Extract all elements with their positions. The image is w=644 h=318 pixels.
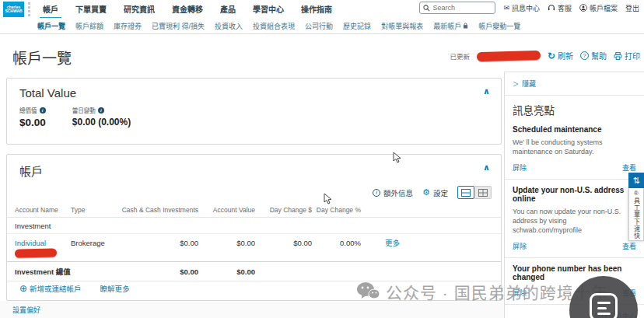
subnav-realized-gain-loss[interactable]: 已實現利 得/損失: [152, 21, 205, 31]
nav-item-trade[interactable]: 下單買賣: [74, 0, 108, 19]
subnav-portfolio-performance[interactable]: 投資組合表現: [253, 21, 295, 31]
divider: [505, 179, 644, 180]
add-account-label: 新增或連結帳戶: [30, 283, 82, 294]
hide-label: 隱藏: [522, 79, 536, 89]
help-label: 幫助: [591, 50, 607, 61]
subnav-history[interactable]: 歷史記錄: [343, 21, 371, 31]
nav-item-products[interactable]: 產品: [219, 0, 237, 19]
subnav-balances[interactable]: 帳戶餘額: [75, 21, 103, 31]
col-account-name: Account Name: [15, 206, 71, 214]
info-icon[interactable]: i: [40, 107, 46, 114]
dismiss-link[interactable]: 屏除: [513, 162, 527, 173]
subnav-positions[interactable]: 庫存證券: [114, 21, 142, 31]
col-day-change-pct: Day Change %: [312, 206, 361, 214]
print-button[interactable]: 打印: [614, 50, 640, 61]
dismiss-link[interactable]: 屏除: [513, 241, 527, 251]
col-day-change-dollar: Day Change $: [255, 206, 312, 214]
preferences-link[interactable]: 設置偏好: [12, 305, 40, 315]
redaction-scribble-timestamp: [477, 50, 541, 61]
collapse-chevron-icon[interactable]: ∧: [483, 162, 490, 173]
lock-icon: [463, 23, 468, 29]
message-highlights-heading: 訊息亮點: [513, 102, 636, 117]
quick-trade-tab: ⇅ ®具工單下速快: [628, 173, 644, 241]
hide-sidebar-button[interactable]: ＞ 隱藏: [513, 79, 636, 89]
search-box[interactable]: [419, 2, 495, 14]
account-profile-button[interactable]: 帳戶檔案: [579, 3, 618, 13]
updown-arrows-icon[interactable]: ⇅: [628, 173, 644, 188]
search-input[interactable]: [432, 4, 487, 12]
help-icon: ?: [580, 51, 589, 60]
main-menu: 帳戶 下單買賣 研究資訊 資金轉移 產品 學習中心 操作指南: [41, 0, 334, 19]
nav-item-learning[interactable]: 學習中心: [251, 0, 285, 19]
total-cash: $0.00: [113, 267, 198, 276]
nav-item-research[interactable]: 研究資訊: [122, 0, 156, 19]
dismiss-link[interactable]: 屏除: [513, 288, 527, 298]
chevron-right-icon: ＞: [513, 79, 519, 88]
top-nav: charles SCHWAB 帳戶 下單買賣 研究資訊 資金轉移 產品 學習中心…: [0, 0, 644, 18]
quick-trade-tab-label[interactable]: ®具工單下速快: [628, 188, 644, 241]
total-value-card: Total Value ∧ 總價值 i $0.00 當日變動 i $0.00 (…: [6, 78, 502, 145]
redaction-scribble-account: [15, 248, 57, 257]
learn-more-link[interactable]: 瞭解更多: [100, 283, 130, 294]
bottom-strip: [0, 301, 504, 318]
message-center-button[interactable]: ✉ 訊息中心: [503, 3, 540, 13]
settings-label: 設定: [433, 187, 448, 198]
total-value-amount: $0.00: [19, 117, 46, 128]
accounts-title: 帳戶: [7, 155, 501, 179]
account-name-link[interactable]: Individual: [15, 239, 71, 248]
group-label: Investment: [15, 222, 113, 230]
cash-value: $0.00: [113, 239, 198, 248]
account-value: $0.00: [198, 239, 255, 248]
printer-icon: [614, 52, 622, 60]
col-type: Type: [71, 206, 113, 214]
list-view-button[interactable]: [457, 186, 474, 199]
day-change-label: 當日變動: [72, 106, 96, 114]
customer-service-button[interactable]: 客服: [548, 3, 572, 13]
view-toggle: [457, 186, 492, 199]
accounts-table: Account Name Type Cash & Cash Investment…: [7, 203, 501, 281]
message-center-label: 訊息中心: [512, 3, 540, 13]
accounts-card: 帳戶 ∧ i 額外信息 ⚙ 設定 Account Name Type Cash …: [6, 154, 502, 301]
add-account-button[interactable]: ⊕ 新增或連結帳戶: [19, 283, 82, 294]
secondary-nav: 帳戶一覽 帳戶餘額 庫存證券 已實現利 得/損失 投資收入 投資組合表現 公司行…: [0, 18, 644, 34]
message-item: Update your non-U.S. address online You …: [513, 186, 636, 251]
page-header-actions: 已更新 ↻ 刷新 ? 幫助 打印: [450, 50, 640, 61]
view-link[interactable]: 查看: [622, 162, 636, 173]
nav-item-accounts[interactable]: 帳戶: [41, 0, 60, 19]
headset-icon: [548, 4, 555, 12]
subnav-investment-income[interactable]: 投資收入: [215, 21, 243, 31]
total-label: Investment 總值: [15, 266, 113, 277]
total-value-title: Total Value: [7, 79, 501, 100]
list-view-icon: [461, 189, 471, 197]
nav-item-guide[interactable]: 操作指南: [299, 0, 334, 19]
grid-view-button[interactable]: [474, 186, 492, 199]
metric-day-change: 當日變動 i $0.00 (0.00%): [72, 106, 131, 128]
day-change-amount: $0.00 (0.00%): [72, 117, 131, 128]
logout-button[interactable]: 登出: [625, 3, 639, 13]
settings-button[interactable]: ⚙ 設定: [422, 187, 448, 198]
plus-circle-icon: ⊕: [19, 285, 27, 292]
help-button[interactable]: ? 幫助: [580, 50, 607, 61]
metric-total-value: 總價值 i $0.00: [19, 106, 46, 128]
more-link[interactable]: 更多: [361, 239, 400, 248]
refresh-button[interactable]: ↻ 刷新: [548, 50, 573, 61]
subnav-corporate-actions[interactable]: 公司行動: [305, 21, 333, 31]
subnav-summary[interactable]: 帳戶一覽: [37, 21, 65, 31]
subnav-account-changes[interactable]: 帳戶變動一覽: [478, 21, 520, 31]
nav-item-move-money[interactable]: 資金轉移: [170, 0, 205, 19]
schwab-logo[interactable]: charles SCHWAB: [3, 2, 24, 17]
col-cash: Cash & Cash Investments: [113, 206, 198, 214]
extra-info-button[interactable]: i 額外信息: [373, 187, 413, 198]
person-icon: [579, 4, 587, 12]
info-icon[interactable]: i: [98, 107, 104, 114]
collapse-chevron-icon[interactable]: ∧: [483, 86, 490, 96]
gear-icon: ⚙: [422, 187, 430, 197]
subnav-newest-account[interactable]: 最新帳戶: [433, 21, 468, 31]
search-icon: [423, 5, 430, 12]
print-label: 打印: [625, 50, 640, 61]
view-link[interactable]: 查看: [622, 241, 636, 251]
top-nav-utilities: ✉ 訊息中心 客服 帳戶檔案 登出: [419, 2, 639, 14]
logout-label: 登出: [625, 3, 639, 13]
subnav-statements[interactable]: 對帳單與報表: [381, 21, 423, 31]
grid-view-icon: [478, 189, 488, 197]
